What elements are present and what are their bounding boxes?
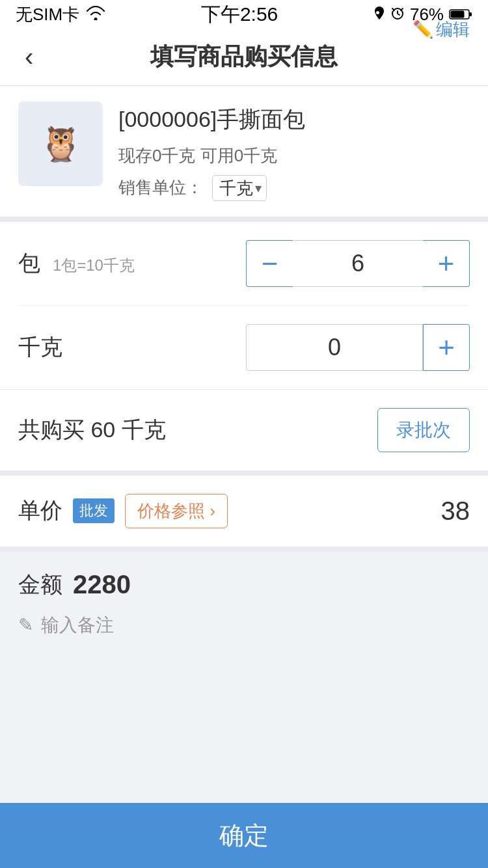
bag-decrement-button[interactable]: − bbox=[246, 240, 293, 287]
product-stock: 现存0千克 可用0千克 bbox=[118, 143, 470, 169]
product-info: [0000006]手撕面包 现存0千克 可用0千克 销售单位： 千克 bbox=[118, 102, 470, 201]
product-unit-row: 销售单位： 千克 bbox=[118, 175, 470, 201]
price-tag: 批发 bbox=[73, 498, 115, 523]
bag-label-area: 包 1包=10千克 bbox=[18, 249, 135, 278]
price-section: 单价 批发 价格参照 › 38 bbox=[0, 476, 488, 552]
product-name: [0000006]手撕面包 bbox=[118, 104, 470, 135]
kg-controls: + bbox=[246, 324, 470, 371]
total-label: 共购买 60 千克 bbox=[18, 415, 166, 445]
bag-sublabel: 1包=10千克 bbox=[53, 256, 135, 274]
bag-input[interactable] bbox=[293, 240, 423, 287]
bag-increment-button[interactable]: + bbox=[423, 240, 470, 287]
status-bar-left: 无SIM卡 bbox=[16, 3, 105, 26]
note-icon: ✎ bbox=[18, 614, 33, 636]
back-button[interactable]: ‹ bbox=[18, 36, 40, 78]
amount-section: 金额 2280 ✎ 输入备注 bbox=[0, 552, 488, 638]
amount-row: 金额 2280 bbox=[18, 570, 470, 600]
bag-controls: − + bbox=[246, 240, 470, 287]
wifi-icon bbox=[86, 5, 105, 25]
bag-row: 包 1包=10千克 − + bbox=[18, 222, 470, 306]
unit-select-wrapper[interactable]: 千克 bbox=[212, 175, 267, 201]
edit-label: 编辑 bbox=[436, 18, 470, 41]
product-card: 🦉 [0000006]手撕面包 现存0千克 可用0千克 销售单位： 千克 ✏️ … bbox=[0, 86, 488, 222]
kg-increment-button[interactable]: + bbox=[423, 324, 470, 371]
svg-rect-3 bbox=[450, 10, 464, 18]
price-ref-button[interactable]: 价格参照 › bbox=[125, 494, 228, 528]
total-section: 共购买 60 千克 录批次 bbox=[0, 390, 488, 476]
alarm-icon bbox=[390, 5, 405, 25]
product-image: 🦉 bbox=[18, 102, 103, 186]
price-label: 单价 bbox=[18, 496, 62, 526]
note-row[interactable]: ✎ 输入备注 bbox=[18, 600, 470, 638]
kg-row: 千克 + bbox=[18, 306, 470, 389]
location-icon bbox=[373, 5, 385, 25]
kg-label-area: 千克 bbox=[18, 332, 62, 362]
amount-label: 金额 bbox=[18, 570, 62, 600]
bag-label: 包 bbox=[18, 251, 40, 275]
note-placeholder: 输入备注 bbox=[41, 613, 114, 638]
price-left: 单价 批发 价格参照 › bbox=[18, 494, 228, 528]
quantity-section: 包 1包=10千克 − + 千克 + bbox=[0, 222, 488, 390]
unit-label: 销售单位： bbox=[118, 176, 203, 199]
kg-label: 千克 bbox=[18, 334, 62, 359]
edit-icon: ✏️ bbox=[413, 20, 433, 40]
unit-select[interactable]: 千克 bbox=[212, 175, 267, 201]
page-title: 填写商品购买信息 bbox=[150, 41, 338, 73]
svg-rect-2 bbox=[469, 12, 472, 16]
kg-input[interactable] bbox=[246, 324, 423, 371]
status-bar-time: 下午2:56 bbox=[201, 1, 278, 28]
amount-value: 2280 bbox=[73, 570, 131, 599]
price-value: 38 bbox=[441, 496, 470, 526]
confirm-button[interactable]: 确定 bbox=[0, 803, 488, 868]
edit-button[interactable]: ✏️ 编辑 bbox=[413, 18, 470, 41]
product-logo: 🦉 bbox=[40, 124, 82, 164]
record-batch-button[interactable]: 录批次 bbox=[377, 408, 470, 452]
carrier-label: 无SIM卡 bbox=[16, 3, 79, 26]
